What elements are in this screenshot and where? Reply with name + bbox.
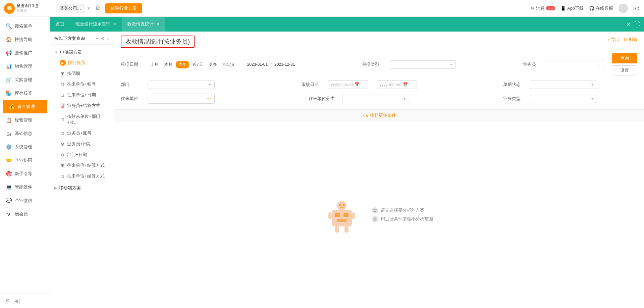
sidebar-item-finance[interactable]: 💰 资金管理 — [3, 100, 47, 113]
tip-num-2: 2 — [372, 216, 378, 222]
user-name: Rit — [633, 6, 639, 11]
tab-stats-close-icon[interactable]: ✕ — [156, 22, 160, 27]
collapse-bar[interactable]: ∧∧ 收起更多条件 — [114, 109, 644, 121]
chevron-down-icon[interactable]: ▾ — [88, 6, 90, 11]
sidebar-item-wechat[interactable]: 💬 企业微信 — [0, 194, 50, 207]
sidebar-item-label: 系统管理 — [15, 144, 32, 150]
voucher-type-select[interactable]: ▾ — [389, 60, 456, 69]
scheme-group-desktop[interactable]: ▼ 电脑端方案 — [50, 47, 114, 57]
sidebar-item-basicinfo[interactable]: 🗂 基础信息 — [0, 127, 50, 140]
review-date-end[interactable]: yyyy-mm-dd 📅 — [377, 80, 417, 89]
sidebar-item-label: 基础信息 — [15, 131, 32, 137]
gear-icon[interactable]: ⚙ — [95, 5, 100, 11]
tab-this-month[interactable]: 本月 — [162, 61, 175, 68]
marketing-icon: 📢 — [5, 50, 12, 56]
sidebar-item-inventory[interactable]: 🏪 库存核算 — [0, 87, 50, 100]
scheme-group-mobile[interactable]: ▶ 移动端方案 — [50, 183, 114, 193]
group-label: 移动端方案 — [59, 185, 81, 191]
tab-last7[interactable]: 近7天 — [190, 61, 206, 68]
scheme-item-unit-account[interactable]: □ 往来单位+账号 — [50, 79, 114, 90]
tab-home[interactable]: 首页 — [50, 17, 70, 32]
scheme-item-unit-dept-receive[interactable]: □ 按往来单位+部门+收... — [50, 111, 114, 128]
sidebar-item-system[interactable]: ⚙️ 系统管理 — [0, 140, 50, 154]
sidebar-item-guide[interactable]: 🎯 新手引导 — [0, 167, 50, 181]
partner-dots-icon[interactable]: ··· — [207, 96, 211, 102]
export-btn[interactable]: ↑ 导出 — [607, 37, 620, 43]
scheme-item-unit-settle2[interactable]: □ 往来单位+结算方式 — [50, 171, 114, 182]
scheme-item-by-detail[interactable]: ⊞ 按明细 — [50, 68, 114, 79]
logo-badge: 标准版 — [17, 8, 39, 13]
sidebar-item-label: 经营管理 — [15, 117, 32, 123]
sidebar-item-marketing[interactable]: 📢 营销推广 — [0, 46, 50, 60]
partner-select[interactable]: ··· — [148, 94, 215, 104]
collapse-panel-icon[interactable]: « — [107, 36, 110, 41]
query-btn[interactable]: 查询 — [612, 53, 637, 63]
page-title: 收款情况统计(按业务员) — [125, 38, 190, 45]
scheme-item-unit-date[interactable]: □ 往来单位+日期 — [50, 90, 114, 100]
collapse-footer-icon[interactable]: ◀‖ — [14, 298, 21, 304]
svg-rect-3 — [337, 219, 347, 222]
voucher-status-select[interactable]: ▾ — [530, 81, 597, 89]
avatar[interactable] — [619, 4, 628, 13]
close-all-icon[interactable]: ✕ — [626, 21, 631, 28]
sidebar-item-label: 企业微信 — [15, 198, 32, 204]
app-download-btn[interactable]: 📱 App下载 — [560, 5, 584, 11]
scheme-item-by-salesman[interactable]: ▶ 按业务员 — [50, 57, 114, 68]
salesman-dots-icon[interactable]: ··· — [598, 62, 601, 67]
tab-this-year[interactable]: 本年 — [176, 61, 189, 68]
detail-icon: ⊞ — [60, 71, 65, 76]
review-date-group: yyyy-mm-dd 📅 — yyyy-mm-dd 📅 — [328, 80, 417, 89]
svg-rect-6 — [335, 226, 339, 233]
sidebar-item-member[interactable]: V 畅会员 — [0, 207, 50, 221]
trial-btn[interactable]: 体验行业方案 — [105, 3, 142, 13]
message-btn[interactable]: ✉ 消息 99+ — [531, 5, 555, 11]
review-date-start[interactable]: yyyy-mm-dd 📅 — [328, 80, 368, 89]
date-start: 2023-01-01 — [247, 62, 268, 67]
unit-settle2-icon: □ — [60, 173, 65, 179]
sidebar-item-operation[interactable]: 📋 经营管理 — [0, 113, 50, 127]
biz-type-select[interactable]: ▾ — [530, 95, 597, 103]
company-name[interactable]: 某某公司... — [56, 4, 85, 13]
tab-stats[interactable]: 收款情况统计 ✕ — [122, 17, 165, 32]
scheme-item-unit-settle1[interactable]: ⊞ 往来单位+结算方式 — [50, 160, 114, 171]
sidebar-item-sales[interactable]: 📊 销售管理 — [0, 60, 50, 73]
partner-category-label: 往来单位分类 — [309, 96, 335, 102]
tab-custom[interactable]: 自定义 — [220, 61, 238, 68]
tab-prev-month[interactable]: 上月 — [148, 61, 161, 68]
sidebar-item-label: 快捷导航 — [15, 37, 32, 43]
tab-bank[interactable]: 现金银行流水查询 ✕ — [70, 17, 122, 32]
dept-select[interactable]: ▾ — [148, 81, 215, 89]
scheme-item-salesman-date[interactable]: ⊙ 业务员+日期 — [50, 139, 114, 149]
sidebar-item-search[interactable]: 🔍 搜索菜单 — [0, 19, 50, 33]
tab-bank-close-icon[interactable]: ✕ — [113, 22, 116, 27]
scheme-item-salesman-settle[interactable]: 📊 业务员+结算方式 — [50, 100, 114, 111]
sidebar-item-quicknav[interactable]: 🏠 快捷导航 — [0, 33, 50, 46]
scheme-item-dept-date[interactable]: ⊙ 部门+日期 — [50, 149, 114, 160]
sidebar-item-label: 采购管理 — [15, 77, 32, 83]
sidebar-item-enterprise[interactable]: 🤝 企业协同 — [0, 154, 50, 167]
expand-icon[interactable]: ⛶ — [635, 21, 640, 27]
voucher-type-label: 单据类型 — [362, 61, 382, 67]
settings-filter-btn[interactable]: 设置 — [612, 65, 637, 75]
date-label: 单据日期 — [121, 61, 141, 67]
tab-more[interactable]: 更多 — [206, 61, 220, 68]
logo-text-group: 畅捷通好生意 标准版 — [17, 3, 39, 13]
salesman-select[interactable]: ··· — [545, 60, 605, 69]
online-service-btn[interactable]: 🎧 在线客服 — [589, 5, 613, 11]
sidebar-item-hardware[interactable]: 💻 智能硬件 — [0, 181, 50, 194]
refresh-btn[interactable]: ↻ 刷新 — [624, 37, 637, 43]
collapse-label: 收起更多条件 — [370, 112, 396, 118]
scheme-item-label: 按明细 — [67, 70, 80, 76]
add-scheme-icon[interactable]: + — [96, 36, 99, 42]
empty-state: 1 请先选择要分析的方案 2 用过滤条件来缩小分析范围 — [114, 121, 644, 308]
right-panel: 收款情况统计(按业务员) ↑ 导出 ↻ 刷新 单据日期 — [114, 32, 644, 308]
scheme-item-salesman-account[interactable]: □ 业务员+账号 — [50, 128, 114, 139]
left-panel-header: 按以下方案查询 + ⚙ « — [50, 32, 114, 45]
tip-text-1: 请先选择要分析的方案 — [381, 207, 424, 213]
partner-category-select[interactable]: ▾ — [342, 95, 409, 103]
settings-footer-icon[interactable]: ⚙ — [5, 298, 10, 304]
scheme-item-label: 往来单位+结算方式 — [67, 173, 105, 179]
filter-area: 单据日期 上月 本月 本年 近7天 更多 自定义 2023-01-01 至 20… — [114, 48, 644, 109]
scheme-settings-icon[interactable]: ⚙ — [101, 36, 105, 41]
sidebar-item-purchase[interactable]: 🛒 采购管理 — [0, 73, 50, 87]
